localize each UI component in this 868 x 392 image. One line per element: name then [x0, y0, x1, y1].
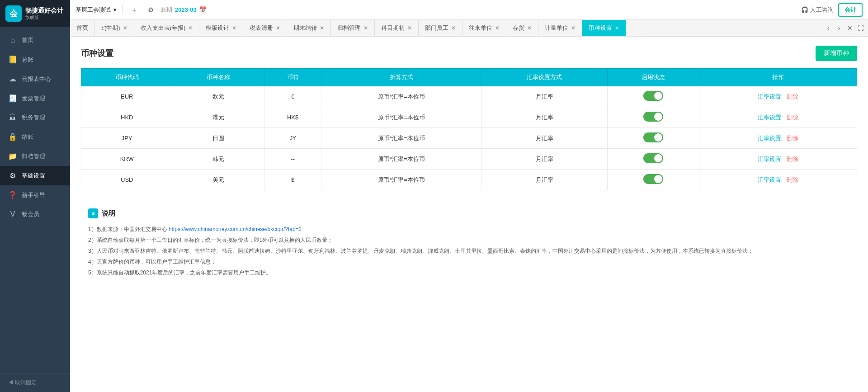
tab-close-tax[interactable]: ✕	[276, 25, 280, 31]
sidebar-item-close[interactable]: 🔒结账	[0, 127, 70, 146]
table-row: KRW韩元--原币*汇率=本位币月汇率汇率设置删除	[81, 149, 857, 170]
table-row: JPY日圆J¥原币*汇率=本位币月汇率汇率设置删除	[81, 128, 857, 149]
sidebar-item-member[interactable]: V畅会员	[0, 205, 70, 224]
delete-link[interactable]: 删除	[787, 176, 798, 183]
add-workspace-button[interactable]: +	[128, 4, 141, 16]
delete-link[interactable]: 删除	[787, 135, 798, 142]
sidebar-item-archive[interactable]: 📁归档管理	[0, 146, 70, 166]
sidebar-pin-toggle[interactable]: ◀ 取消固定	[0, 373, 70, 392]
tab-close-measure[interactable]: ✕	[571, 25, 576, 31]
tab-close-archive[interactable]: ✕	[363, 25, 368, 31]
tab-close-units[interactable]: ✕	[495, 25, 500, 31]
tabbar-navigation: ‹ › ✕ ⛶	[821, 23, 868, 33]
workspace-name: 基层工会测试	[75, 6, 111, 14]
workspace-selector[interactable]: 基层工会测试 ▾	[75, 6, 117, 14]
delete-link[interactable]: 删除	[787, 93, 798, 100]
tab-income[interactable]: 收入支出表(年报) ✕	[134, 20, 200, 36]
tab-units[interactable]: 往来单位 ✕	[462, 20, 506, 36]
cell-actions: 汇率设置删除	[699, 170, 857, 190]
cell-actions: 汇率设置删除	[699, 149, 857, 170]
cell-actions: 汇率设置删除	[699, 86, 857, 107]
col-header-币符: 币符	[264, 69, 321, 86]
tab-close-stock[interactable]: ✕	[527, 25, 532, 31]
tab-currency[interactable]: 币种设置 ✕	[582, 20, 626, 36]
calendar-icon[interactable]: 📅	[199, 6, 207, 13]
rate-setting-link[interactable]: 汇率设置	[758, 176, 781, 183]
tab-archive[interactable]: 归档管理 ✕	[331, 20, 375, 36]
settings-icon: ⚙	[8, 171, 17, 180]
tab-prev-button[interactable]: ‹	[823, 23, 834, 33]
sidebar-item-home[interactable]: ⌂首页	[0, 31, 70, 50]
sidebar-item-guide[interactable]: ❓新手引导	[0, 185, 70, 205]
tab-expand-button[interactable]: ⛶	[855, 23, 866, 33]
tab-close-income[interactable]: ✕	[188, 25, 193, 31]
tab-close-dept[interactable]: ✕	[451, 25, 456, 31]
tab-label-currency: 币种设置	[589, 24, 612, 32]
col-header-币种代码: 币种代码	[81, 69, 173, 86]
cell-toggle	[608, 128, 699, 149]
sidebar-item-invoice[interactable]: 🧾发票管理	[0, 89, 70, 108]
account-button[interactable]: 会计	[838, 3, 863, 17]
tab-period-end[interactable]: 期末结转 ✕	[287, 20, 331, 36]
rate-setting-link[interactable]: 汇率设置	[758, 93, 781, 100]
table-body: EUR欧元€原币*汇率=本位币月汇率汇率设置删除HKD港元HK$原币*汇率=本位…	[81, 86, 857, 190]
toggle-switch[interactable]	[643, 174, 663, 184]
topbar: 基层工会测试 ▾ + ⚙ 账期 2023-03 📅 🎧 人工咨询 会计	[70, 0, 868, 20]
sidebar: 会 畅捷通好会计 旗舰版 ⌂首页📒总账☁云报表中心🧾发票管理🏛税务管理🔒结账📁归…	[0, 0, 70, 392]
workspace-settings-button[interactable]: ⚙	[144, 4, 157, 16]
tab-next-button[interactable]: ›	[834, 23, 844, 33]
tab-home[interactable]: 首页	[70, 20, 95, 36]
tab-close-subjects[interactable]: ✕	[407, 25, 412, 31]
toggle-switch[interactable]	[643, 112, 663, 122]
sidebar-item-settings[interactable]: ⚙基础设置	[0, 166, 70, 185]
toggle-switch[interactable]	[643, 153, 663, 163]
tab-close-period-end[interactable]: ✕	[320, 25, 324, 31]
tab-template[interactable]: 模版设计 ✕	[199, 20, 243, 36]
cell-toggle	[608, 107, 699, 128]
currency-table: 币种代码币种名称币符折算方式汇率设置方式启用状态操作 EUR欧元€原币*汇率=本…	[81, 68, 857, 190]
note-item-2: 2）系统自动获取每月第一个工作日的汇率标价，统一为直接标价法，即1外币可以兑换的…	[88, 235, 850, 246]
toggle-switch[interactable]	[643, 91, 663, 101]
sidebar-label-reports: 云报表中心	[22, 75, 51, 83]
notes-link[interactable]: https://www.chinamoney.com.cn/chinese/bk…	[169, 226, 302, 232]
tab-close-period[interactable]: ✕	[123, 25, 127, 31]
app-logo-icon: 会	[5, 5, 22, 22]
table-row: USD美元$原币*汇率=本位币月汇率汇率设置删除	[81, 170, 857, 190]
sidebar-item-tax[interactable]: 🏛税务管理	[0, 108, 70, 127]
sidebar-label-home: 首页	[22, 36, 33, 44]
tab-label-units: 往来单位	[469, 24, 492, 32]
tab-dept[interactable]: 部门员工 ✕	[419, 20, 462, 36]
note-item-1: 1）数据来源：中国外汇交易中心 https://www.chinamoney.c…	[88, 224, 850, 235]
cell-calc: 原币*汇率=本位币	[321, 149, 481, 170]
col-header-折算方式: 折算方式	[321, 69, 481, 86]
cell-name: 日圆	[173, 128, 264, 149]
support-button[interactable]: 🎧 人工咨询	[801, 6, 834, 14]
tab-subjects[interactable]: 科目期初 ✕	[375, 20, 419, 36]
reports-icon: ☁	[8, 75, 17, 83]
topbar-right: 🎧 人工咨询 会计	[801, 3, 863, 17]
sidebar-item-ledger[interactable]: 📒总账	[0, 50, 70, 69]
rate-setting-link[interactable]: 汇率设置	[758, 135, 781, 142]
topbar-divider	[122, 5, 123, 14]
tab-tax[interactable]: 税表清册 ✕	[243, 20, 287, 36]
sidebar-item-reports[interactable]: ☁云报表中心	[0, 69, 70, 89]
rate-setting-link[interactable]: 汇率设置	[758, 156, 781, 162]
tab-close-currency[interactable]: ✕	[615, 25, 619, 31]
tab-close-all-button[interactable]: ✕	[844, 23, 855, 33]
new-currency-button[interactable]: 新增币种	[816, 46, 857, 61]
sidebar-label-tax: 税务管理	[22, 113, 45, 122]
tab-label-tax: 税表清册	[250, 24, 273, 32]
delete-link[interactable]: 删除	[787, 114, 798, 121]
tab-label-archive: 归档管理	[337, 24, 361, 32]
toggle-switch[interactable]	[643, 132, 663, 142]
rate-setting-link[interactable]: 汇率设置	[758, 114, 781, 121]
tab-period[interactable]: 𝓔(中期) ✕	[95, 20, 134, 36]
cell-toggle	[608, 86, 699, 107]
tab-close-template[interactable]: ✕	[232, 25, 236, 31]
tab-label-period-end: 期末结转	[293, 24, 317, 32]
tab-measure[interactable]: 计量单位 ✕	[538, 20, 582, 36]
tab-label-dept: 部门员工	[425, 24, 448, 32]
delete-link[interactable]: 删除	[787, 156, 798, 162]
tab-stock[interactable]: 存货 ✕	[506, 20, 538, 36]
cell-toggle	[608, 149, 699, 170]
